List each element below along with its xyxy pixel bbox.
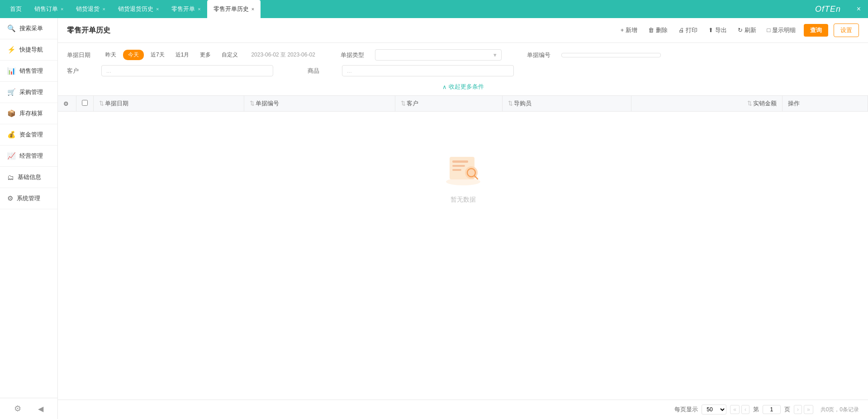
doc-type-select[interactable]: ▾ — [375, 49, 502, 61]
print-button[interactable]: 🖨 打印 — [676, 24, 701, 36]
sidebar-label-sales: 销售管理 — [19, 67, 43, 75]
sidebar-bottom: ⚙ ◀ — [0, 398, 57, 419]
page-title: 零售开单历史 — [67, 26, 110, 35]
empty-illustration — [441, 148, 486, 188]
content-area: 零售开单历史 + 新增 🗑 删除 🖨 打印 ⬆ 导出 ↻ 刷新 □ 显示明细 查… — [58, 18, 868, 419]
tab-home[interactable]: 首页 — [4, 0, 28, 18]
sidebar-item-system[interactable]: ⚙系统管理 — [0, 188, 57, 209]
date-buttons: 昨天 今天 近7天 近1月 更多 自定义 — [101, 50, 242, 60]
th-customer: ⇅客户 — [395, 96, 502, 112]
prev-page-button[interactable]: ‹ — [741, 405, 749, 414]
tab-close-sales-return-history[interactable]: × — [156, 6, 159, 12]
sidebar-label-system: 系统管理 — [17, 194, 40, 202]
svg-rect-4 — [452, 169, 461, 171]
tab-sales-return[interactable]: 销货退货× — [70, 0, 111, 18]
date-btn-7days[interactable]: 近7天 — [147, 50, 169, 60]
page-size-label: 每页显示 — [674, 405, 698, 414]
date-btn-today[interactable]: 今天 — [123, 50, 144, 60]
sidebar-label-inventory: 库存核算 — [19, 109, 43, 118]
sidebar-icon-inventory: 📦 — [7, 109, 16, 118]
sidebar-item-quick-nav[interactable]: ⚡快捷导航 — [0, 39, 57, 61]
page-suffix: 页 — [784, 405, 790, 414]
filter-collapse-row: ∧ 收起更多条件 — [67, 81, 859, 91]
goods-label: 商品 — [308, 67, 335, 75]
table-header-row: ⚙ ⇅单据日期 ⇅单据编号 ⇅客户 ⇅导购员 ⇅实销金额 操作 — [58, 96, 868, 112]
th-date: ⇅单据日期 — [93, 96, 244, 112]
total-info: 共0页，0条记录 — [821, 406, 859, 414]
date-label: 单据日期 — [67, 51, 94, 59]
settings-button[interactable]: 设置 — [834, 24, 859, 37]
last-page-button[interactable]: » — [804, 405, 813, 414]
collapse-label: 收起更多条件 — [449, 83, 484, 91]
goods-input[interactable]: ... — [342, 65, 514, 76]
tab-close-sales-return[interactable]: × — [102, 6, 105, 12]
chevron-down-icon: ▾ — [493, 52, 497, 58]
th-no: ⇅单据编号 — [244, 96, 395, 112]
date-range-display: 2023-06-02 至 2023-06-02 — [251, 51, 315, 59]
sidebar-icon-sales: 📊 — [7, 67, 16, 75]
filter-row-1: 单据日期 昨天 今天 近7天 近1月 更多 自定义 2023-06-02 至 2… — [67, 49, 859, 61]
filter-area: 单据日期 昨天 今天 近7天 近1月 更多 自定义 2023-06-02 至 2… — [58, 43, 868, 96]
sidebar-label-search: 搜索采单 — [19, 24, 43, 33]
tab-sales-return-history[interactable]: 销货退货历史× — [112, 0, 165, 18]
sidebar-label-quick-nav: 快捷导航 — [19, 46, 43, 54]
sidebar-label-purchase: 采购管理 — [19, 88, 43, 96]
delete-button[interactable]: 🗑 删除 — [645, 24, 670, 36]
tab-close-retail-open-history[interactable]: × — [251, 6, 254, 12]
customer-input[interactable]: ... — [101, 65, 273, 76]
first-page-button[interactable]: « — [730, 405, 740, 414]
doc-no-input[interactable] — [561, 53, 661, 57]
page-number-input[interactable] — [763, 405, 781, 414]
refresh-button[interactable]: ↻ 刷新 — [735, 24, 759, 36]
doc-type-label: 单据类型 — [341, 51, 368, 59]
date-btn-more[interactable]: 更多 — [196, 50, 215, 60]
display-detail-button[interactable]: □ 显示明细 — [764, 24, 798, 36]
sidebar-label-finance: 资金管理 — [19, 131, 43, 139]
export-button[interactable]: ⬆ 导出 — [706, 24, 730, 36]
sidebar-item-search[interactable]: 🔍搜索采单 — [0, 18, 57, 39]
collapse-button[interactable]: ∧ 收起更多条件 — [442, 83, 484, 91]
query-button[interactable]: 查询 — [804, 24, 828, 37]
date-btn-custom[interactable]: 自定义 — [218, 50, 242, 60]
sidebar-item-inventory[interactable]: 📦库存核算 — [0, 103, 57, 124]
customer-label: 客户 — [67, 67, 94, 75]
page-label: 第 — [753, 405, 759, 414]
date-btn-yesterday[interactable]: 昨天 — [101, 50, 120, 60]
customer-dots: ... — [106, 67, 111, 74]
select-all-checkbox[interactable] — [82, 100, 88, 106]
sidebar-label-base: 基础信息 — [18, 173, 41, 181]
chevron-up-icon: ∧ — [442, 84, 447, 90]
goods-dots: ... — [347, 67, 352, 74]
doc-no-label: 单据编号 — [527, 51, 554, 59]
sidebar-item-base[interactable]: 🗂基础信息 — [0, 167, 57, 188]
th-checkbox[interactable] — [76, 96, 93, 112]
sidebar-icon-base: 🗂 — [7, 174, 14, 181]
sidebar-item-purchase[interactable]: 🛒采购管理 — [0, 82, 57, 103]
sidebar-icon-finance: 💰 — [7, 131, 16, 139]
add-button[interactable]: + 新增 — [618, 24, 640, 36]
empty-text: 暂无数据 — [451, 196, 476, 204]
settings-icon[interactable]: ⚙ — [14, 404, 21, 414]
date-btn-1month[interactable]: 近1月 — [171, 50, 194, 60]
sidebar-icon-quick-nav: ⚡ — [7, 46, 16, 54]
svg-rect-2 — [452, 160, 468, 163]
sidebar-item-finance[interactable]: 💰资金管理 — [0, 124, 57, 146]
sidebar-icon-system: ⚙ — [7, 194, 13, 202]
page-nav: « ‹ 第 页 › » — [730, 405, 813, 414]
tab-close-retail-open[interactable]: × — [198, 6, 200, 12]
tab-retail-open-history[interactable]: 零售开单历史× — [207, 0, 261, 18]
svg-rect-3 — [452, 165, 465, 167]
sidebar-item-operations[interactable]: 📈经营管理 — [0, 146, 57, 167]
sidebar-item-sales[interactable]: 📊销售管理 — [0, 61, 57, 82]
next-page-button[interactable]: › — [794, 405, 802, 414]
tab-sales-order[interactable]: 销售订单× — [28, 0, 70, 18]
th-amount: ⇅实销金额 — [631, 96, 783, 112]
collapse-icon[interactable]: ◀ — [38, 405, 43, 413]
th-settings[interactable]: ⚙ — [58, 96, 76, 112]
tab-close-sales-order[interactable]: × — [61, 6, 63, 12]
page-size-select[interactable]: 50 100 200 — [702, 405, 726, 414]
sidebar-label-operations: 经营管理 — [19, 152, 43, 160]
th-guide: ⇅导购员 — [502, 96, 631, 112]
window-close-button[interactable]: × — [853, 5, 864, 13]
tab-retail-open[interactable]: 零售开单× — [165, 0, 207, 18]
